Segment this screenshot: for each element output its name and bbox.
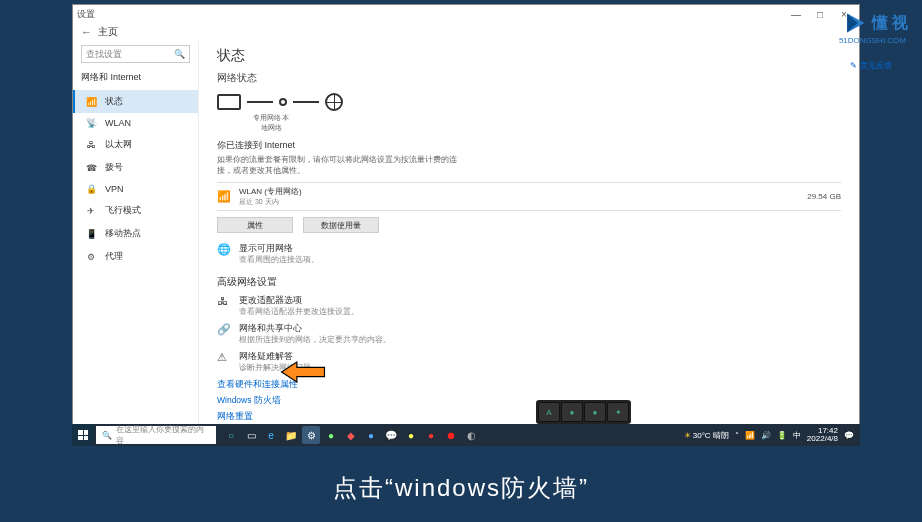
tutorial-caption: 点击“windows防火墙” [0,472,922,504]
record-icon[interactable]: ⏺ [442,426,460,444]
taskbar-clock[interactable]: 17:42 2022/4/8 [807,427,838,443]
link-windows-firewall[interactable]: Windows 防火墙 [217,395,841,407]
search-input[interactable]: 查找设置 🔍 [81,45,190,63]
sidebar-item-6[interactable]: 📱移动热点 [73,222,198,245]
sidebar-icon: 📡 [85,118,97,128]
sidebar-icon: 🖧 [85,140,97,150]
home-label[interactable]: 主页 [98,25,118,39]
tray-up-icon[interactable]: ˄ [735,431,739,440]
window-header: ← 主页 [73,23,859,41]
tray-volume-icon[interactable]: 🔊 [761,431,771,440]
app-icon-3[interactable]: ● [362,426,380,444]
sidebar-item-3[interactable]: ☎拨号 [73,156,198,179]
section-network-status: 网络状态 [217,71,841,85]
network-diagram [217,93,841,111]
app-icon-6[interactable]: ◐ [462,426,480,444]
app-name: 设置 [77,8,95,21]
sidebar-item-2[interactable]: 🖧以太网 [73,133,198,156]
connection-sub: 最近 30 天内 [239,197,799,207]
brand-logo-icon [842,10,868,36]
sidebar-icon: ⚙ [85,252,97,262]
cortana-icon[interactable]: ○ [222,426,240,444]
sidebar: 查找设置 🔍 网络和 Internet 📶状态📡WLAN🖧以太网☎拨号🔒VPN✈… [73,41,199,445]
connection-name: WLAN (专用网络) [239,186,799,197]
tray-battery-icon[interactable]: 🔋 [777,431,787,440]
app-icon-5[interactable]: ● [422,426,440,444]
advanced-heading: 高级网络设置 [217,275,841,289]
kb-key-4[interactable]: ✦ [607,402,629,422]
wechat-icon[interactable]: 💬 [382,426,400,444]
edge-icon[interactable]: e [262,426,280,444]
wifi-icon: 📶 [217,190,231,203]
weather-widget[interactable]: ☀ 30°C 晴朗 [684,430,729,441]
data-usage-button[interactable]: 数据使用量 [303,217,379,233]
feedback-icon: ✎ [850,61,857,70]
pc-icon [217,94,241,110]
app-icon-1[interactable]: ● [322,426,340,444]
sidebar-item-4[interactable]: 🔒VPN [73,179,198,199]
main-content: 状态 网络状态 专用网络 本地网络 你已连接到 Internet 如果你的流量套… [199,41,859,445]
sidebar-icon: ✈ [85,206,97,216]
settings-icon[interactable]: ⚙ [302,426,320,444]
window-titlebar: 设置 — □ × [73,5,859,23]
maximize-button[interactable]: □ [809,7,831,21]
kb-key-3[interactable]: ● [584,402,606,422]
back-icon[interactable]: ← [81,26,92,38]
adv-icon: 🔗 [217,323,231,336]
sidebar-item-7[interactable]: ⚙代理 [73,245,198,268]
sidebar-icon: 📶 [85,97,97,107]
sidebar-icon: ☎ [85,163,97,173]
sidebar-item-1[interactable]: 📡WLAN [73,113,198,133]
router-icon [279,98,287,106]
connected-title: 你已连接到 Internet [217,139,841,152]
diagram-label: 专用网络 本地网络 [251,113,291,133]
app-icon-4[interactable]: ● [402,426,420,444]
tray-ime-icon[interactable]: 中 [793,430,801,441]
search-icon: 🔍 [102,431,112,440]
settings-window: 设置 — □ × ← 主页 查找设置 🔍 网络和 Internet 📶状态📡WL… [72,4,860,446]
windows-logo-icon [78,430,88,440]
adv-icon: ⚠ [217,351,231,364]
globe-small-icon: 🌐 [217,243,231,256]
taskview-icon[interactable]: ▭ [242,426,260,444]
feedback-link[interactable]: ✎ 意见反馈 [850,60,892,71]
taskbar-apps: ○ ▭ e 📁 ⚙ ● ◆ ● 💬 ● ● ⏺ ◐ [222,426,480,444]
link-network-reset[interactable]: 网络重置 [217,411,841,423]
tray-icon[interactable]: 📶 [745,431,755,440]
explorer-icon[interactable]: 📁 [282,426,300,444]
sidebar-item-5[interactable]: ✈飞行模式 [73,199,198,222]
connection-row: 📶 WLAN (专用网络) 最近 30 天内 29.54 GB [217,182,841,211]
globe-icon [325,93,343,111]
advanced-item-0[interactable]: 🖧更改适配器选项查看网络适配器并更改连接设置。 [217,295,841,317]
brand-watermark: 懂 视 [842,10,908,36]
taskbar: 🔍 在这里输入你要搜索的内容 ○ ▭ e 📁 ⚙ ● ◆ ● 💬 ● ● ⏺ ◐… [72,424,860,446]
start-button[interactable] [72,424,94,446]
advanced-item-1[interactable]: 🔗网络和共享中心根据所连接到的网络，决定要共享的内容。 [217,323,841,345]
properties-button[interactable]: 属性 [217,217,293,233]
sidebar-group: 网络和 Internet [73,67,198,88]
connection-data: 29.54 GB [807,192,841,201]
brand-url: 51DONGSHI.COM [839,36,906,45]
advanced-item-2[interactable]: ⚠网络疑难解答诊断并解决网络问题。 [217,351,841,373]
page-title: 状态 [217,47,841,65]
taskbar-search[interactable]: 🔍 在这里输入你要搜索的内容 [96,426,216,444]
link-hardware-properties[interactable]: 查看硬件和连接属性 [217,379,841,391]
floating-toolbar: A ● ● ✦ [536,400,631,424]
search-icon: 🔍 [174,49,185,59]
connected-desc: 如果你的流量套餐有限制，请你可以将此网络设置为按流量计费的连接，或者更改其他属性… [217,154,457,176]
notifications-icon[interactable]: 💬 [844,431,854,440]
minimize-button[interactable]: — [785,7,807,21]
kb-key-2[interactable]: ● [561,402,583,422]
sidebar-icon: 📱 [85,229,97,239]
app-icon-2[interactable]: ◆ [342,426,360,444]
sidebar-icon: 🔒 [85,184,97,194]
kb-key-a[interactable]: A [538,402,560,422]
adv-icon: 🖧 [217,295,231,307]
show-networks[interactable]: 🌐 显示可用网络 查看周围的连接选项。 [217,243,841,265]
sidebar-item-0[interactable]: 📶状态 [73,90,198,113]
